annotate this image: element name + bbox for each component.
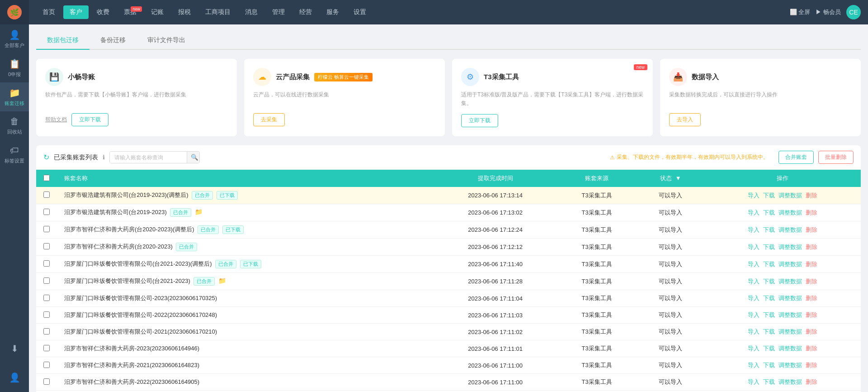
row-checkbox[interactable] xyxy=(43,295,50,301)
action-删除[interactable]: 删除 xyxy=(806,311,817,318)
sidebar-item-all-customers[interactable]: 👤 全部客户 xyxy=(0,24,29,53)
select-all-checkbox[interactable] xyxy=(43,175,50,181)
tab-data-migration[interactable]: 数据包迁移 xyxy=(36,32,90,50)
batch-del-btn[interactable]: 批量删除 xyxy=(818,151,854,164)
row-checkbox[interactable] xyxy=(43,328,50,335)
action-调整数据[interactable]: 调整数据 xyxy=(778,345,802,352)
card-link-help[interactable]: 帮助文档 xyxy=(45,116,67,124)
nav-settings[interactable]: 设置 xyxy=(347,5,373,19)
action-删除[interactable]: 删除 xyxy=(806,345,817,352)
action-下载[interactable]: 下载 xyxy=(763,311,775,318)
row-checkbox[interactable] xyxy=(43,362,50,368)
row-checkbox[interactable] xyxy=(43,260,50,267)
action-调整数据[interactable]: 调整数据 xyxy=(778,244,802,250)
action-导入[interactable]: 导入 xyxy=(748,261,760,268)
nav-message[interactable]: 消息 xyxy=(239,5,264,19)
fullscreen-btn[interactable]: ⬜ 全屏 xyxy=(790,8,811,16)
sidebar-item-user[interactable]: 👤 xyxy=(0,363,29,392)
action-导入[interactable]: 导入 xyxy=(748,328,760,335)
action-删除[interactable]: 删除 xyxy=(806,244,817,250)
action-调整数据[interactable]: 调整数据 xyxy=(778,192,802,199)
action-下载[interactable]: 下载 xyxy=(763,244,775,250)
merge-btn[interactable]: 合并账套 xyxy=(778,151,814,164)
row-checkbox[interactable] xyxy=(43,191,50,198)
action-导入[interactable]: 导入 xyxy=(748,378,760,385)
action-下载[interactable]: 下载 xyxy=(763,192,775,199)
sidebar-item-tag-settings[interactable]: 🏷 标签设置 xyxy=(0,140,29,169)
action-导入[interactable]: 导入 xyxy=(748,295,760,301)
action-下载[interactable]: 下载 xyxy=(763,261,775,268)
nav-operation[interactable]: 经营 xyxy=(293,5,318,19)
nav-invoice[interactable]: 票据 new xyxy=(118,5,143,19)
nav-customer[interactable]: 客户 xyxy=(63,5,89,19)
action-删除[interactable]: 删除 xyxy=(806,328,817,335)
row-checkbox[interactable] xyxy=(43,209,50,215)
action-删除[interactable]: 删除 xyxy=(806,261,817,268)
action-导入[interactable]: 导入 xyxy=(748,192,760,199)
action-调整数据[interactable]: 调整数据 xyxy=(778,378,802,385)
action-下载[interactable]: 下载 xyxy=(763,209,775,216)
action-导入[interactable]: 导入 xyxy=(748,311,760,318)
action-下载[interactable]: 下载 xyxy=(763,295,775,301)
action-下载[interactable]: 下载 xyxy=(763,362,775,368)
row-checkbox[interactable] xyxy=(43,226,50,232)
refresh-icon[interactable]: ↻ xyxy=(43,153,49,162)
action-删除[interactable]: 删除 xyxy=(806,295,817,301)
row-checkbox[interactable] xyxy=(43,345,50,351)
nav-business[interactable]: 工商项目 xyxy=(199,5,237,19)
action-导入[interactable]: 导入 xyxy=(748,345,760,352)
sidebar-item-zero-report[interactable]: 📋 0申报 xyxy=(0,53,29,82)
action-下载[interactable]: 下载 xyxy=(763,378,775,385)
action-调整数据[interactable]: 调整数据 xyxy=(778,362,802,368)
row-checkbox[interactable] xyxy=(43,243,50,249)
action-导入[interactable]: 导入 xyxy=(748,209,760,216)
nav-tax[interactable]: 报税 xyxy=(172,5,197,19)
tab-audit-export[interactable]: 审计文件导出 xyxy=(137,32,196,50)
action-下载[interactable]: 下载 xyxy=(763,345,775,352)
action-导入[interactable]: 导入 xyxy=(748,278,760,285)
action-调整数据[interactable]: 调整数据 xyxy=(778,295,802,301)
btn-download-1[interactable]: 立即下载 xyxy=(71,113,108,126)
action-导入[interactable]: 导入 xyxy=(748,244,760,250)
action-导入[interactable]: 导入 xyxy=(748,362,760,368)
tab-backup-migration[interactable]: 备份迁移 xyxy=(90,32,137,50)
search-button[interactable]: 🔍 xyxy=(187,152,200,163)
row-checkbox[interactable] xyxy=(43,378,50,385)
search-input[interactable] xyxy=(110,152,187,163)
card-header-3: ⚙ T3采集工具 xyxy=(461,68,644,86)
sidebar-item-account-migration[interactable]: 📁 账套迁移 xyxy=(0,82,29,111)
action-删除[interactable]: 删除 xyxy=(806,278,817,285)
user-avatar[interactable]: CE xyxy=(846,5,861,19)
action-下载[interactable]: 下载 xyxy=(763,226,775,233)
action-下载[interactable]: 下载 xyxy=(763,328,775,335)
sidebar-item-download[interactable]: ⬇ xyxy=(0,334,29,363)
nav-manage[interactable]: 管理 xyxy=(266,5,291,19)
action-删除[interactable]: 删除 xyxy=(806,362,817,368)
nav-account[interactable]: 记账 xyxy=(145,5,170,19)
btn-download-3[interactable]: 立即下载 xyxy=(461,114,498,127)
action-调整数据[interactable]: 调整数据 xyxy=(778,261,802,268)
nav-service[interactable]: 服务 xyxy=(320,5,345,19)
action-调整数据[interactable]: 调整数据 xyxy=(778,311,802,318)
status-sort-icon[interactable]: ▼ xyxy=(675,175,681,182)
action-调整数据[interactable]: 调整数据 xyxy=(778,278,802,285)
action-调整数据[interactable]: 调整数据 xyxy=(778,209,802,216)
row-checkbox[interactable] xyxy=(43,311,50,318)
t3-new-badge: new xyxy=(634,64,647,70)
action-删除[interactable]: 删除 xyxy=(806,209,817,216)
action-下载[interactable]: 下载 xyxy=(763,278,775,285)
action-删除[interactable]: 删除 xyxy=(806,378,817,385)
member-btn[interactable]: ▶ 畅会员 xyxy=(816,8,841,16)
action-调整数据[interactable]: 调整数据 xyxy=(778,328,802,335)
action-删除[interactable]: 删除 xyxy=(806,192,817,199)
nav-fee[interactable]: 收费 xyxy=(90,5,116,19)
row-checkbox[interactable] xyxy=(43,277,50,284)
action-调整数据[interactable]: 调整数据 xyxy=(778,226,802,233)
info-icon[interactable]: ℹ xyxy=(103,154,105,161)
btn-collect[interactable]: 去采集 xyxy=(253,113,285,126)
action-删除[interactable]: 删除 xyxy=(806,226,817,233)
nav-home[interactable]: 首页 xyxy=(36,5,61,19)
sidebar-item-recycle[interactable]: 🗑 回收站 xyxy=(0,111,29,140)
action-导入[interactable]: 导入 xyxy=(748,226,760,233)
btn-import[interactable]: 去导入 xyxy=(669,113,701,126)
